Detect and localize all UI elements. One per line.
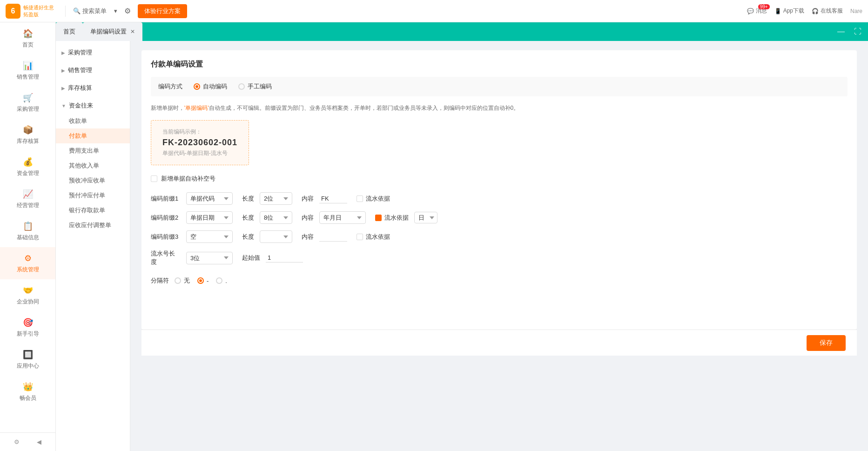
stream3-label: 流水依据 bbox=[366, 233, 390, 241]
minimize-btn[interactable]: — bbox=[834, 25, 848, 38]
submenu-item-bank[interactable]: 银行存取款单 bbox=[56, 203, 130, 218]
form-row-2: 编码前缀2 单据日期 长度 8位 内容 年月日 bbox=[151, 211, 848, 224]
content2-select[interactable]: 年月日 bbox=[319, 211, 366, 224]
len1-select[interactable]: 2位 bbox=[260, 192, 292, 205]
sidebar-item-business[interactable]: 📈 经营管理 bbox=[0, 183, 55, 215]
submenu-group-purchase: ▶ 采购管理 bbox=[56, 45, 130, 61]
submenu-item-other-income[interactable]: 其他收入单 bbox=[56, 158, 130, 173]
sidebar-item-vip[interactable]: 👑 畅会员 bbox=[0, 376, 55, 408]
sidebar-item-basic[interactable]: 📋 基础信息 bbox=[0, 215, 55, 247]
tab-close-icon[interactable]: ✕ bbox=[130, 28, 135, 35]
sidebar-label-home: 首页 bbox=[22, 41, 34, 49]
sidebar-item-finance[interactable]: 💰 资金管理 bbox=[0, 151, 55, 183]
prefix2-select[interactable]: 单据日期 bbox=[186, 211, 233, 224]
radio-auto[interactable]: 自动编码 bbox=[194, 82, 227, 91]
topbar: 6 畅捷通好生意 拓盈版 🔍 搜索菜单 ▾ ⚙ 体验行业方案 💬 消息 99+ … bbox=[0, 0, 868, 22]
collapse-icon[interactable]: ◀ bbox=[37, 438, 41, 445]
submenu-item-expense[interactable]: 费用支出单 bbox=[56, 143, 130, 158]
topbar-dropdown[interactable]: ▾ bbox=[114, 7, 117, 14]
sidebar-label-guide: 新手引导 bbox=[17, 330, 39, 338]
maximize-btn[interactable]: ⛶ bbox=[851, 25, 864, 38]
stream2-unit-select[interactable]: 日 bbox=[414, 212, 437, 223]
user-avatar[interactable]: Nare bbox=[850, 8, 862, 14]
settings-icon[interactable]: ⚙ bbox=[14, 438, 20, 445]
sidebar-item-home[interactable]: 🏠 首页 bbox=[0, 22, 55, 54]
content2-label: 内容 bbox=[302, 214, 314, 222]
prefix3-select[interactable]: 空 bbox=[186, 230, 233, 243]
auto-fill-label: 新增单据自动补空号 bbox=[161, 175, 215, 183]
collab-icon: 🤝 bbox=[22, 285, 34, 296]
sep-options: 无 - . bbox=[175, 276, 227, 285]
len2-select[interactable]: 8位 bbox=[260, 211, 292, 224]
business-icon: 📈 bbox=[22, 188, 34, 200]
sidebar-item-collab[interactable]: 🤝 企业协同 bbox=[0, 279, 55, 311]
sidebar: 🏠 首页 📊 销售管理 🛒 采购管理 📦 库存核算 💰 资金管理 📈 经营管理 … bbox=[0, 22, 56, 451]
sep-none[interactable]: 无 bbox=[175, 276, 190, 285]
sidebar-item-purchase[interactable]: 🛒 采购管理 bbox=[0, 87, 55, 119]
sidebar-label-purchase: 采购管理 bbox=[17, 105, 39, 113]
tabbar: 首页 单据编码设置 ✕ — ⛶ bbox=[56, 22, 868, 41]
submenu-header-inventory[interactable]: ▶ 库存核算 bbox=[56, 80, 130, 96]
auto-fill-checkbox[interactable] bbox=[151, 175, 157, 182]
page-content: ▶ 采购管理 ▶ 销售管理 ▶ 库存核算 bbox=[56, 41, 868, 451]
sidebar-label-business: 经营管理 bbox=[17, 202, 39, 209]
example-label: 当前编码示例： bbox=[162, 128, 237, 136]
submenu-header-purchase[interactable]: ▶ 采购管理 bbox=[56, 45, 130, 61]
prefix2-label: 编码前缀2 bbox=[151, 214, 181, 222]
tab-home[interactable]: 首页 bbox=[56, 22, 83, 41]
sidebar-label-collab: 企业协同 bbox=[17, 298, 39, 306]
example-box: 当前编码示例： FK-20230602-001 单据代码-单据日期-流水号 bbox=[151, 120, 249, 165]
sidebar-item-guide[interactable]: 🎯 新手引导 bbox=[0, 311, 55, 343]
prefix1-select[interactable]: 单据代码 bbox=[186, 192, 233, 205]
logo-text: 畅捷通好生意 拓盈版 bbox=[23, 4, 54, 18]
sep-dot2[interactable]: . bbox=[216, 277, 227, 284]
len3-select[interactable] bbox=[260, 230, 292, 243]
online-service-btn[interactable]: 🎧 在线客服 bbox=[812, 7, 843, 15]
submenu-item-adjust[interactable]: 应收应付调整单 bbox=[56, 218, 130, 233]
main-layout: 🏠 首页 📊 销售管理 🛒 采购管理 📦 库存核算 💰 资金管理 📈 经营管理 … bbox=[0, 22, 868, 451]
submenu-item-receipt[interactable]: 收款单 bbox=[56, 114, 130, 128]
content3-input[interactable] bbox=[319, 232, 347, 242]
page-title: 付款单编码设置 bbox=[151, 60, 848, 69]
sidebar-item-inventory[interactable]: 📦 库存核算 bbox=[0, 119, 55, 151]
app-download-btn[interactable]: 📱 App下载 bbox=[774, 7, 804, 15]
submenu-item-prepaid-offset[interactable]: 预付冲应付单 bbox=[56, 188, 130, 203]
message-icon: 💬 bbox=[747, 8, 754, 14]
sidebar-item-system[interactable]: ⚙ 系统管理 bbox=[0, 247, 55, 279]
serial-select[interactable]: 3位 bbox=[186, 252, 233, 264]
submenu-group-inventory: ▶ 库存核算 bbox=[56, 80, 130, 96]
gear-btn[interactable]: ⚙ bbox=[121, 5, 134, 18]
stream1-checkbox-row: 流水依据 bbox=[357, 195, 390, 203]
tab-encoding[interactable]: 单据编码设置 ✕ bbox=[83, 22, 142, 41]
apps-icon: 🔲 bbox=[22, 349, 34, 360]
arrow-icon: ▶ bbox=[61, 50, 65, 55]
submenu-label-capital: 资金往来 bbox=[69, 101, 93, 110]
stream3-checkbox[interactable] bbox=[357, 234, 363, 240]
sep-dot1[interactable]: - bbox=[197, 277, 209, 284]
message-btn[interactable]: 💬 消息 99+ bbox=[747, 7, 767, 15]
sep-dot2-circle bbox=[216, 277, 222, 284]
search-menu-label: 搜索菜单 bbox=[82, 7, 107, 15]
start-input[interactable] bbox=[266, 253, 303, 263]
promo-button[interactable]: 体验行业方案 bbox=[138, 4, 187, 18]
content1-input[interactable] bbox=[319, 194, 347, 203]
submenu-item-prepay-offset[interactable]: 预收冲应收单 bbox=[56, 173, 130, 188]
submenu-item-payment[interactable]: 付款单 bbox=[56, 128, 130, 143]
sidebar-item-sales[interactable]: 📊 销售管理 bbox=[0, 54, 55, 87]
search-menu-btn[interactable]: 🔍 搜索菜单 bbox=[69, 5, 110, 17]
stream2-checkbox-row: 流水依据 bbox=[375, 214, 409, 222]
stream1-checkbox[interactable] bbox=[357, 195, 363, 202]
stream2-checkbox[interactable] bbox=[375, 215, 382, 221]
submenu-header-sales[interactable]: ▶ 销售管理 bbox=[56, 62, 130, 78]
submenu-header-capital[interactable]: ▼ 资金往来 bbox=[56, 98, 130, 114]
encoding-type-label: 编码方式 bbox=[158, 82, 182, 91]
radio-manual[interactable]: 手工编码 bbox=[238, 82, 272, 91]
sep-dot1-label: - bbox=[207, 277, 209, 284]
radio-auto-label: 自动编码 bbox=[203, 82, 227, 91]
submenu-label-inventory: 库存核算 bbox=[68, 84, 92, 92]
system-icon: ⚙ bbox=[22, 253, 34, 264]
sidebar-item-apps[interactable]: 🔲 应用中心 bbox=[0, 343, 55, 376]
save-button[interactable]: 保存 bbox=[807, 335, 846, 351]
sep-none-label: 无 bbox=[184, 276, 190, 285]
vip-icon: 👑 bbox=[22, 381, 34, 392]
